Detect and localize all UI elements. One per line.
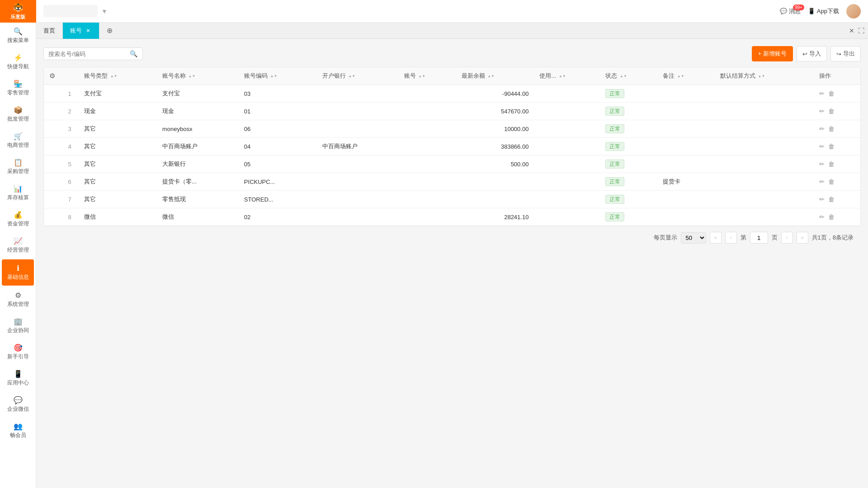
- sidebar-item-purchase[interactable]: 📋 采购管理: [0, 154, 36, 180]
- page-number-input[interactable]: [750, 232, 768, 244]
- row-name: 提货卡（零...: [157, 173, 239, 191]
- col-remark-label: 备注: [663, 72, 675, 79]
- row-status: 正常: [600, 138, 657, 155]
- delete-icon[interactable]: 🗑: [828, 178, 835, 185]
- sidebar-item-retail[interactable]: 🏪 零售管理: [0, 75, 36, 101]
- export-button[interactable]: ↪ 导出: [830, 46, 861, 61]
- edit-icon[interactable]: ✏: [819, 108, 825, 115]
- row-type: 微信: [79, 208, 157, 226]
- next-page-button[interactable]: ›: [781, 232, 793, 244]
- sidebar-label-system: 系统管理: [7, 300, 29, 308]
- delete-icon[interactable]: 🗑: [828, 90, 835, 97]
- col-code[interactable]: 账号编码 ▲▼: [239, 67, 317, 85]
- col-balance[interactable]: 最新余额 ▲▼: [456, 67, 534, 85]
- topbar-dropdown-icon[interactable]: ▼: [101, 8, 108, 15]
- page-size-select[interactable]: 50 100 200: [681, 232, 706, 244]
- sidebar-item-appcenter[interactable]: 📱 应用中心: [0, 365, 36, 391]
- tab-account-close-icon[interactable]: ✕: [85, 27, 92, 34]
- message-button[interactable]: 💬 消息 99+: [780, 7, 801, 15]
- sidebar-item-system[interactable]: ⚙ 系统管理: [0, 286, 36, 313]
- topbar-search-input[interactable]: [43, 5, 98, 17]
- row-type: 支付宝: [79, 85, 157, 103]
- row-status: 正常: [600, 85, 657, 103]
- col-remark[interactable]: 备注 ▲▼: [657, 67, 715, 85]
- delete-icon[interactable]: 🗑: [828, 108, 835, 115]
- row-gear: [44, 191, 61, 208]
- row-num: 6: [61, 173, 79, 191]
- tab-account[interactable]: 账号 ✕: [63, 23, 99, 39]
- col-settings[interactable]: ⚙: [44, 67, 61, 85]
- prev-page-button[interactable]: ‹: [725, 232, 737, 244]
- sidebar-item-basic[interactable]: ℹ 基础信息: [2, 259, 34, 286]
- col-type[interactable]: 账号类型 ▲▼: [79, 67, 157, 85]
- tab-expand-icon[interactable]: ⊕: [103, 26, 116, 35]
- sidebar-item-inventory[interactable]: 📊 库存核算: [0, 180, 36, 206]
- app-download-button[interactable]: 📱 App下载: [808, 7, 839, 15]
- delete-icon[interactable]: 🗑: [828, 196, 835, 203]
- edit-icon[interactable]: ✏: [819, 196, 825, 203]
- sidebar-label-operation: 经营管理: [7, 246, 29, 254]
- sidebar-item-wechat[interactable]: 💬 企业微信: [0, 391, 36, 418]
- wechat-icon: 💬: [14, 396, 23, 404]
- col-use-status[interactable]: 使用... ▲▼: [534, 67, 600, 85]
- delete-icon[interactable]: 🗑: [828, 213, 835, 221]
- sidebar-label-inventory: 库存核算: [7, 194, 29, 202]
- tab-maximize-icon[interactable]: ⛶: [858, 27, 864, 34]
- col-bank[interactable]: 开户银行 ▲▼: [317, 67, 399, 85]
- sidebar-item-wholesale[interactable]: 📦 批发管理: [0, 101, 36, 127]
- edit-icon[interactable]: ✏: [819, 178, 825, 185]
- row-balance: -90444.00: [456, 85, 534, 103]
- search-icon[interactable]: 🔍: [130, 50, 137, 57]
- col-name[interactable]: 账号名称 ▲▼: [157, 67, 239, 85]
- col-status[interactable]: 状态 ▲▼: [600, 67, 657, 85]
- finance-icon: 💰: [14, 211, 23, 219]
- row-status: 正常: [600, 103, 657, 120]
- row-status: 正常: [600, 208, 657, 226]
- page-size-label: 每页显示: [654, 234, 677, 242]
- first-page-button[interactable]: «: [710, 232, 722, 244]
- row-bank: 中百商场账户: [317, 138, 399, 155]
- tab-home[interactable]: 首页: [36, 23, 63, 39]
- system-icon: ⚙: [15, 291, 21, 300]
- edit-icon[interactable]: ✏: [819, 143, 825, 150]
- import-button[interactable]: ↩ 导入: [797, 46, 827, 61]
- edit-icon[interactable]: ✏: [819, 125, 825, 132]
- export-label: 导出: [843, 50, 855, 58]
- delete-icon[interactable]: 🗑: [828, 143, 835, 150]
- sidebar-item-company[interactable]: 🏢 企业协同: [0, 313, 36, 339]
- row-bank: [317, 155, 399, 173]
- row-code: 02: [239, 208, 317, 226]
- inventory-icon: 📊: [14, 184, 23, 193]
- sidebar-item-ecommerce[interactable]: 🛒 电商管理: [0, 127, 36, 154]
- account-search-input[interactable]: [48, 51, 130, 57]
- sidebar-label-basic: 基础信息: [7, 273, 29, 281]
- row-num: 8: [61, 208, 79, 226]
- col-default-settle-label: 默认结算方式: [720, 72, 755, 79]
- sidebar-item-search[interactable]: 🔍 搜索菜单: [0, 23, 36, 49]
- row-name: 中百商场账户: [157, 138, 239, 155]
- col-bank-label: 开户银行: [322, 72, 346, 79]
- edit-icon[interactable]: ✏: [819, 160, 825, 168]
- row-name: 现金: [157, 103, 239, 120]
- add-account-button[interactable]: + 新增账号: [752, 46, 793, 61]
- sidebar-item-guide[interactable]: 🎯 新手引导: [0, 339, 36, 365]
- col-default-settle[interactable]: 默认结算方式 ▲▼: [715, 67, 814, 85]
- row-type: 其它: [79, 155, 157, 173]
- delete-icon[interactable]: 🗑: [828, 125, 835, 132]
- row-default-settle: [715, 138, 814, 155]
- row-use-status: [534, 85, 600, 103]
- sidebar-item-member[interactable]: 👥 畅会员: [0, 418, 36, 444]
- tab-close-all-icon[interactable]: ✕: [849, 27, 854, 34]
- delete-icon[interactable]: 🗑: [828, 160, 835, 168]
- sidebar-item-finance[interactable]: 💰 资金管理: [0, 206, 36, 232]
- sidebar-item-operation[interactable]: 📈 经营管理: [0, 232, 36, 258]
- col-account-no[interactable]: 账号 ▲▼: [399, 67, 456, 85]
- sidebar-item-quick[interactable]: ⚡ 快捷导航: [0, 49, 36, 75]
- edit-icon[interactable]: ✏: [819, 90, 825, 97]
- last-page-button[interactable]: »: [797, 232, 808, 244]
- guide-icon: 🎯: [14, 343, 23, 352]
- edit-icon[interactable]: ✏: [819, 213, 825, 221]
- row-gear: [44, 155, 61, 173]
- app-download-icon: 📱: [808, 8, 815, 14]
- user-avatar[interactable]: [846, 4, 861, 19]
